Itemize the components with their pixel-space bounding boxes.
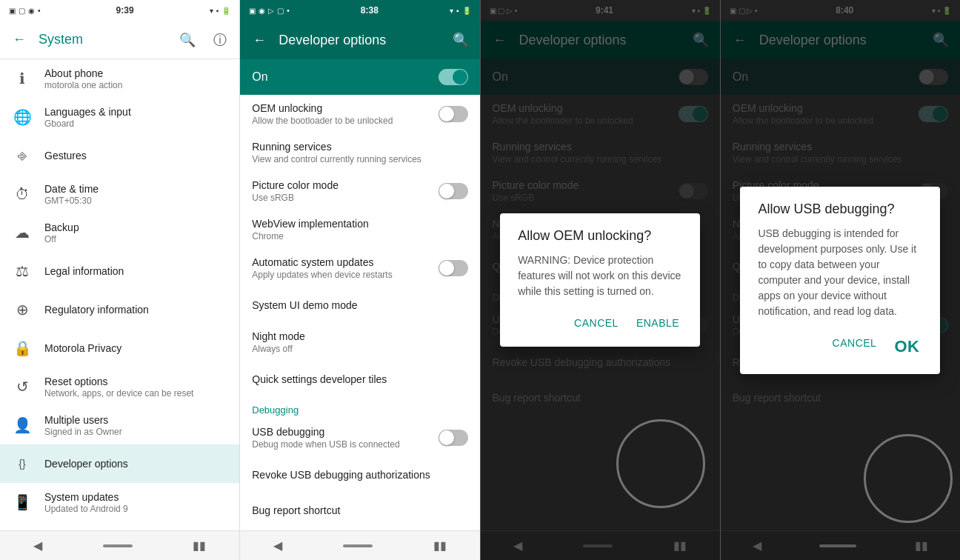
settings-item-privacy[interactable]: 🔒 Motorola Privacy	[0, 329, 239, 367]
users-icon: 👤	[12, 415, 33, 436]
dev-item-qs-tiles[interactable]: Quick settings developer tiles	[240, 361, 479, 397]
dev-item-running[interactable]: Running services View and control curren…	[240, 133, 479, 172]
usb-cancel-btn[interactable]: Cancel	[830, 331, 880, 362]
search-icon-p1[interactable]: 🔍	[174, 27, 201, 53]
language-icon: 🌐	[12, 107, 33, 127]
dev-on-toggle-p2[interactable]	[439, 69, 468, 85]
users-title: Multiple users	[44, 414, 227, 426]
bottom-nav-p2: ◀ ▮▮	[240, 530, 479, 560]
languages-title: Languages & input	[44, 106, 227, 118]
app-bar-p1: ← System 🔍 ⓘ	[0, 21, 239, 59]
sysupdate-title: System updates	[44, 491, 227, 503]
usbdebug-knob-p2	[439, 430, 454, 445]
settings-item-backup[interactable]: ☁ Backup Off	[0, 213, 239, 252]
oem-dialog-actions: Cancel Enable	[518, 311, 682, 335]
status-icons-left-p2: ▣◉▷▢•	[249, 7, 290, 15]
developer-options-panel-usb-dialog: ▣ ▢ ▷ • 8:40 ▾ ▪ 🔋 ← Developer options 🔍…	[721, 0, 960, 560]
usbdebug-toggle-p2[interactable]	[439, 430, 468, 446]
settings-item-users[interactable]: 👤 Multiple users Signed in as Owner	[0, 406, 239, 444]
colormode-toggle-p2[interactable]	[439, 183, 468, 199]
dev-item-oem[interactable]: OEM unlocking Allow the bootloader to be…	[240, 95, 479, 133]
settings-item-legal[interactable]: ⚖ Legal information	[0, 252, 239, 290]
status-time-p2: 8:38	[361, 5, 379, 16]
dev-item-autoupdate[interactable]: Automatic system updates Apply updates w…	[240, 249, 479, 287]
oem-dialog-body: WARNING: Device protection features will…	[518, 253, 682, 299]
settings-item-languages[interactable]: 🌐 Languages & input Gboard	[0, 98, 239, 136]
sysupdate-subtitle: Updated to Android 9	[44, 504, 227, 514]
oem-cancel-btn[interactable]: Cancel	[571, 311, 621, 335]
bottom-nav-p1: ◀ ▮▮	[0, 530, 239, 560]
search-icon-p2[interactable]: 🔍	[447, 27, 474, 53]
usb-dialog: Allow USB debugging? USB debugging is in…	[740, 187, 940, 374]
dev-item-bugreport[interactable]: Bug report shortcut	[240, 493, 479, 528]
oem-knob-p2	[439, 107, 454, 121]
back-icon-p1[interactable]: ←	[6, 27, 33, 53]
settings-item-datetime[interactable]: ⏱ Date & time GMT+05:30	[0, 175, 239, 213]
ok-circle-overlay	[864, 434, 953, 523]
oem-toggle-p2[interactable]	[439, 106, 468, 122]
gestures-title: Gestures	[44, 150, 227, 161]
status-icons-right-p1: ▾▪🔋	[210, 7, 231, 15]
recents-nav-p1[interactable]: ▮▮	[187, 533, 212, 559]
page-title-p1: System	[39, 32, 168, 47]
backup-subtitle: Off	[44, 234, 227, 244]
oem-dialog-overlay: Allow OEM unlocking? WARNING: Device pro…	[481, 0, 720, 560]
status-bar-p2: ▣◉▷▢• 8:38 ▾▪🔋	[240, 0, 479, 21]
dev-options-list-p2: OEM unlocking Allow the bootloader to be…	[240, 95, 479, 530]
status-bar-p1: ▣▢◉• 9:39 ▾▪🔋	[0, 0, 239, 21]
usb-dialog-actions: Cancel OK	[758, 331, 922, 362]
dev-item-colormode[interactable]: Picture color mode Use sRGB	[240, 172, 479, 210]
about-title: About phone	[44, 67, 227, 79]
settings-list-p1: ℹ About phone motorola one action 🌐 Lang…	[0, 59, 239, 530]
settings-item-regulatory[interactable]: ⊕ Regulatory information	[0, 290, 239, 329]
oem-dialog-title: Allow OEM unlocking?	[518, 228, 682, 244]
status-time-p1: 9:39	[116, 5, 134, 16]
debugging-header-p2: Debugging	[240, 397, 479, 419]
settings-item-gestures[interactable]: ⎆ Gestures	[0, 136, 239, 175]
reset-icon: ↺	[12, 376, 33, 397]
developer-options-panel: ▣◉▷▢• 8:38 ▾▪🔋 ← Developer options 🔍 On …	[240, 0, 479, 560]
settings-item-sysupdate[interactable]: 📱 System updates Updated to Android 9	[0, 483, 239, 521]
page-title-p2: Developer options	[279, 33, 441, 48]
home-pill-p1[interactable]	[103, 544, 133, 547]
back-nav-p2[interactable]: ◀	[267, 533, 288, 559]
back-icon-p2[interactable]: ←	[246, 27, 273, 53]
home-pill-p2[interactable]	[343, 544, 373, 547]
regulatory-icon: ⊕	[12, 299, 33, 320]
autoupdate-toggle-p2[interactable]	[439, 260, 468, 276]
backup-title: Backup	[44, 221, 227, 233]
back-nav-p1[interactable]: ◀	[27, 533, 48, 559]
languages-subtitle: Gboard	[44, 119, 227, 129]
usb-dialog-body: USB debugging is intended for developmen…	[758, 226, 922, 319]
dev-item-webview[interactable]: WebView implementation Chrome	[240, 210, 479, 249]
recents-nav-p2[interactable]: ▮▮	[427, 533, 453, 559]
developer-title: Developer options	[44, 458, 227, 470]
developer-icon: {}	[12, 453, 33, 474]
developer-options-panel-oem-dialog: ▣ ▢ ▷ • 9:41 ▾ ▪ 🔋 ← Developer options 🔍…	[481, 0, 720, 560]
oem-enable-btn[interactable]: Enable	[633, 311, 682, 335]
settings-item-about[interactable]: ℹ About phone motorola one action	[0, 59, 239, 98]
datetime-title: Date & time	[44, 183, 227, 195]
dev-item-usbdebug[interactable]: USB debugging Debug mode when USB is con…	[240, 419, 479, 457]
autoupdate-knob-p2	[439, 261, 454, 276]
users-subtitle: Signed in as Owner	[44, 427, 227, 437]
enable-circle-overlay	[616, 419, 705, 508]
gestures-icon: ⎆	[12, 145, 33, 166]
usb-dialog-title: Allow USB debugging?	[758, 201, 922, 217]
dev-item-revoke-usb[interactable]: Revoke USB debugging authorizations	[240, 457, 479, 493]
usb-ok-btn[interactable]: OK	[891, 331, 922, 362]
dev-on-label-p2: On	[252, 70, 267, 84]
sysupdate-icon: 📱	[12, 492, 33, 513]
oem-dialog: Allow OEM unlocking? WARNING: Device pro…	[500, 213, 700, 347]
settings-item-developer[interactable]: {} Developer options	[0, 444, 239, 483]
legal-icon: ⚖	[12, 261, 33, 281]
app-bar-p2: ← Developer options 🔍	[240, 21, 479, 59]
privacy-title: Motorola Privacy	[44, 342, 227, 354]
dev-item-nightmode[interactable]: Night mode Always off	[240, 323, 479, 361]
help-icon-p1[interactable]: ⓘ	[207, 27, 233, 53]
dev-item-uidemo[interactable]: System UI demo mode	[240, 287, 479, 323]
settings-item-reset[interactable]: ↺ Reset options Network, apps, or device…	[0, 367, 239, 406]
datetime-subtitle: GMT+05:30	[44, 196, 227, 206]
legal-title: Legal information	[44, 265, 227, 277]
status-icons-right-p2: ▾▪🔋	[450, 7, 471, 15]
